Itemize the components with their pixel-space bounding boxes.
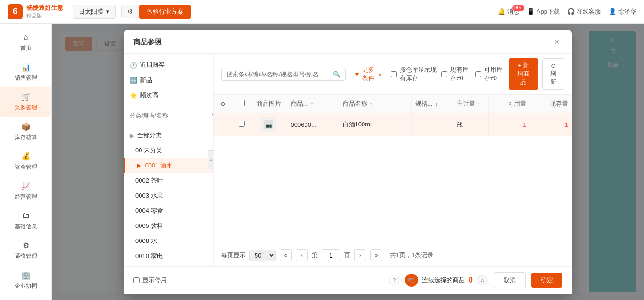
- col-spec-header[interactable]: 规格... ↕: [411, 95, 453, 113]
- row-check[interactable]: [232, 113, 251, 136]
- all-categories-item[interactable]: ▶ 全部分类: [124, 128, 213, 143]
- help-button[interactable]: ?: [389, 275, 399, 285]
- cat-unclassified-item[interactable]: 00 未分类: [124, 143, 213, 158]
- top-nav: 6 畅捷通好生意 精品版 日太阳膜 ▾ ⚙ 体验行业方案 🔔 消息 99+ 📱 …: [0, 0, 644, 24]
- sidebar-item-guide[interactable]: 🎯 新手引导: [0, 295, 51, 300]
- product-search-input[interactable]: [226, 71, 330, 78]
- more-filter-button[interactable]: ▼ 更多条件 ∧: [350, 63, 386, 85]
- sidebar-item-enterprise[interactable]: 🏢 企业协同: [0, 265, 51, 295]
- category-search: 🔍: [124, 107, 213, 124]
- last-page-button[interactable]: »: [370, 249, 382, 261]
- per-page-label: 每页显示: [221, 251, 246, 259]
- col-name-header[interactable]: 商品名称 ↕: [339, 95, 411, 113]
- col-settings-header[interactable]: ⚙: [214, 95, 232, 113]
- new-product-item[interactable]: 🆕 新品: [124, 73, 213, 88]
- cat-0008-item[interactable]: 0008 水: [124, 233, 213, 249]
- recent-purchase-item[interactable]: 🕐 近期购买: [124, 58, 213, 73]
- sidebar-label-operations: 经营管理: [15, 193, 37, 201]
- message-badge: 99+: [512, 5, 524, 11]
- row-checkbox[interactable]: [239, 121, 245, 127]
- enterprise-icon: 🏢: [21, 270, 31, 280]
- cart-collapse-button[interactable]: ∧: [477, 275, 488, 286]
- refresh-button[interactable]: C 刷新: [542, 58, 564, 90]
- online-service-item[interactable]: 🎧 在线客服: [567, 8, 601, 16]
- sort-spec-icon: ↕: [435, 101, 438, 107]
- warehouse-checkbox-group: 按仓库显示现有库存: [391, 66, 437, 83]
- sidebar-item-basic[interactable]: 🗂 基础信息: [0, 206, 51, 235]
- user-icon: 👤: [609, 8, 616, 15]
- warehouse-checkbox[interactable]: [391, 71, 397, 77]
- per-page-select[interactable]: 50 10 20 100: [249, 250, 276, 261]
- cat-0003-item[interactable]: 0003 水果: [124, 188, 213, 203]
- message-item[interactable]: 🔔 消息 99+: [498, 8, 520, 16]
- modal-close-button[interactable]: ×: [551, 36, 562, 48]
- store-dropdown[interactable]: 日太阳膜 ▾: [73, 5, 116, 19]
- col-stock-header[interactable]: 现存量: [530, 95, 572, 113]
- inventory-icon: 📦: [21, 121, 31, 132]
- sidebar-label-enterprise: 企业协同: [15, 282, 37, 290]
- logo-icon: 6: [8, 4, 23, 19]
- app-download-item[interactable]: 📱 App下载: [527, 8, 560, 16]
- sidebar-item-system[interactable]: ⚙ 系统管理: [0, 235, 51, 265]
- home-icon: ⌂: [21, 32, 31, 42]
- settings-button[interactable]: ⚙: [121, 5, 139, 18]
- user-item[interactable]: 👤 徐泽华: [609, 8, 636, 16]
- row-img: 📷: [251, 113, 287, 136]
- category-search-input[interactable]: [130, 112, 209, 119]
- sort-name-icon: ↕: [370, 101, 372, 107]
- sidebar-label-inventory: 库存核算: [15, 133, 37, 142]
- available-label: 现有库存≠0: [450, 66, 470, 83]
- prev-page-button[interactable]: ‹: [296, 249, 308, 261]
- sidebar-item-purchase[interactable]: 🛒 采购管理: [0, 87, 51, 117]
- cat-0010-item[interactable]: 0010 家电: [124, 249, 213, 264]
- col-unit-header[interactable]: 主计量 ↕: [453, 95, 489, 113]
- add-product-button[interactable]: + 新增商品: [509, 58, 538, 90]
- select-all-checkbox[interactable]: [239, 100, 245, 106]
- chevron-down-icon: ▾: [106, 8, 109, 15]
- sidebar-item-finance[interactable]: 💰 资金管理: [0, 146, 51, 176]
- svg-text:📷: 📷: [266, 122, 272, 128]
- cat-0004-item[interactable]: 0004 零食: [124, 203, 213, 218]
- sidebar-item-home[interactable]: ⌂ 首页: [0, 27, 51, 57]
- cat-0001-item[interactable]: ▶ 0001 酒水: [124, 158, 213, 173]
- category-list: ▶ 全部分类 00 未分类 ▶ 0001 酒水 0002 茶: [124, 124, 213, 266]
- row-settings: [214, 113, 232, 136]
- usable-checkbox[interactable]: [475, 71, 481, 77]
- logo-area: 6 畅捷通好生意 精品版: [8, 4, 63, 19]
- first-page-button[interactable]: «: [280, 249, 292, 261]
- cat-0002-label: 0002 茶叶: [135, 177, 163, 184]
- page-number-input[interactable]: [322, 249, 340, 261]
- left-panel-collapse-button[interactable]: «: [208, 150, 214, 169]
- row-unit: 瓶: [453, 113, 489, 136]
- col-code-header[interactable]: 商品... ↕: [287, 95, 339, 113]
- confirm-button[interactable]: 确定: [531, 273, 562, 288]
- cat-0002-item[interactable]: 0002 茶叶: [124, 173, 213, 188]
- sidebar-label-sales: 销售管理: [15, 74, 37, 82]
- next-page-button[interactable]: ›: [354, 249, 366, 261]
- category-search-icon[interactable]: 🔍: [212, 112, 214, 119]
- footer-right: ? 🛒 连续选择的商品 0 ∧ 取消 确定: [389, 272, 562, 288]
- row-code: 000600...: [287, 113, 339, 136]
- show-disabled-checkbox[interactable]: [133, 277, 140, 283]
- product-table-container: ⚙ 商品图片 商品...: [214, 95, 572, 244]
- row-stock: -1: [530, 113, 572, 136]
- search-icon[interactable]: 🔍: [333, 71, 340, 78]
- table-row[interactable]: 📷 000600... 白酒100ml 瓶 -1 -1: [214, 113, 572, 136]
- col-avail-header[interactable]: 可用量: [489, 95, 530, 113]
- sidebar-item-inventory[interactable]: 📦 库存核算: [0, 117, 51, 146]
- cancel-button[interactable]: 取消: [494, 272, 526, 288]
- cart-count: 0: [469, 276, 473, 284]
- toolbar: 🔍 ▼ 更多条件 ∧ 按仓库显示现有库存: [214, 54, 572, 95]
- modal-overlay: 商品参照 × 🕐 近期购买 🆕: [52, 24, 644, 300]
- cat-0005-item[interactable]: 0005 饮料: [124, 218, 213, 233]
- col-check-header[interactable]: [232, 95, 251, 113]
- sidebar-item-operations[interactable]: 📈 经营管理: [0, 176, 51, 206]
- row-name: 白酒100ml: [339, 113, 411, 136]
- available-checkbox[interactable]: [441, 71, 447, 77]
- sidebar-item-sales[interactable]: 📊 销售管理: [0, 57, 51, 87]
- new-icon: 🆕: [130, 77, 137, 84]
- frequent-item[interactable]: ⭐ 频次高: [124, 88, 213, 103]
- pagination: 每页显示 50 10 20 100 « ‹ 第 页: [214, 244, 572, 266]
- experience-button[interactable]: 体验行业方案: [139, 5, 191, 19]
- brand-line2: 精品版: [26, 12, 63, 19]
